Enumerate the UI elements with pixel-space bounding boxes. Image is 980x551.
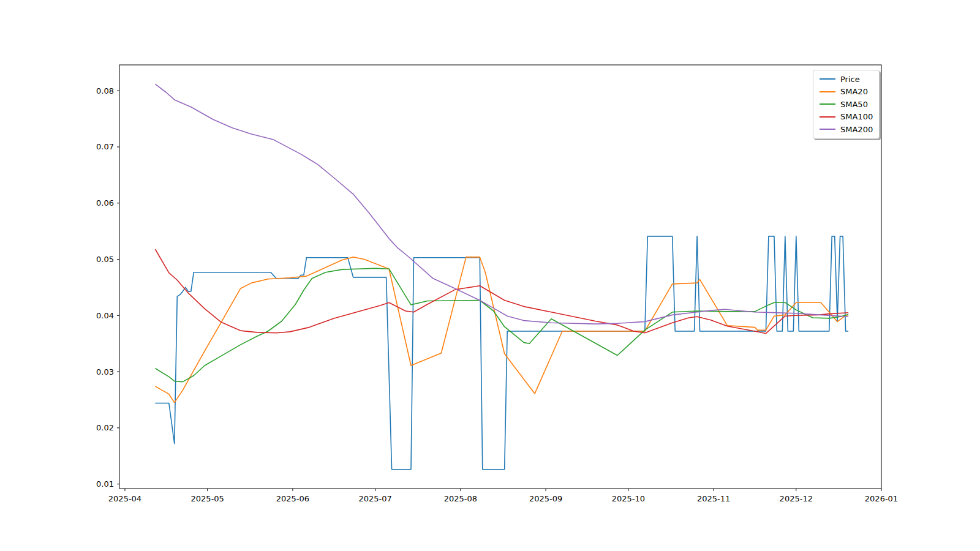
series-line-sma200 bbox=[155, 84, 848, 324]
legend-line-sample-sma20 bbox=[820, 91, 835, 92]
series-line-sma100 bbox=[155, 249, 848, 334]
legend-line-sample-sma100 bbox=[820, 116, 835, 118]
y-tick-label: 0.04 bbox=[96, 311, 114, 320]
y-tick-label: 0.07 bbox=[96, 142, 114, 151]
legend-line-sample-price bbox=[820, 78, 835, 80]
x-tick-label: 2026-01 bbox=[865, 494, 898, 503]
legend-item-sma200: SMA200 bbox=[820, 123, 873, 136]
x-tick-label: 2025-05 bbox=[191, 494, 224, 503]
legend-label-sma100: SMA100 bbox=[840, 112, 873, 121]
legend-item-sma100: SMA100 bbox=[820, 111, 873, 124]
y-tick-label: 0.03 bbox=[96, 367, 114, 377]
legend-label-sma200: SMA200 bbox=[840, 125, 873, 134]
x-tick-label: 2025-08 bbox=[444, 494, 477, 503]
y-tick-label: 0.01 bbox=[96, 479, 114, 489]
legend-label-price: Price bbox=[840, 75, 860, 84]
legend-item-sma50: SMA50 bbox=[820, 98, 873, 111]
y-tick-label: 0.05 bbox=[96, 255, 114, 264]
x-tick-label: 2025-06 bbox=[276, 494, 309, 503]
x-tick-label: 2025-09 bbox=[529, 494, 562, 503]
y-tick-label: 0.02 bbox=[96, 423, 114, 432]
x-tick-label: 2025-07 bbox=[358, 494, 391, 503]
series-line-sma50 bbox=[155, 268, 848, 381]
y-tick-label: 0.08 bbox=[96, 86, 114, 96]
legend-item-sma20: SMA20 bbox=[820, 86, 873, 99]
x-tick-label: 2025-12 bbox=[780, 494, 813, 503]
x-tick-label: 2025-11 bbox=[697, 494, 730, 503]
x-tick-label: 2025-04 bbox=[108, 494, 141, 503]
series-line-sma20 bbox=[155, 257, 848, 403]
legend-item-price: Price bbox=[820, 73, 873, 86]
figure: 2025-042025-052025-062025-072025-082025-… bbox=[0, 0, 980, 551]
legend-label-sma20: SMA20 bbox=[840, 87, 868, 96]
legend-line-sample-sma50 bbox=[820, 103, 835, 105]
legend-label-sma50: SMA50 bbox=[840, 100, 868, 109]
x-tick-label: 2025-10 bbox=[612, 494, 645, 503]
legend: Price SMA20 SMA50 SMA100 SMA200 bbox=[813, 70, 880, 139]
legend-line-sample-sma200 bbox=[820, 129, 835, 130]
series-line-price bbox=[155, 236, 848, 470]
y-tick-label: 0.06 bbox=[96, 198, 114, 208]
